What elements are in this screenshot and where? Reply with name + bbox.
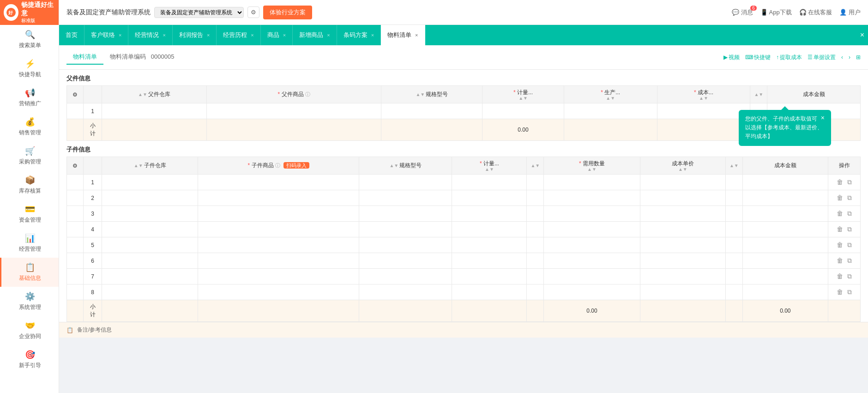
child-row-2-qty[interactable] [544,190,640,206]
shortcut-btn[interactable]: ⌨ 快捷键 [745,54,771,61]
expand-btn[interactable]: ⊞ [856,54,861,60]
sort-unit[interactable]: ▲▼ [486,97,560,100]
close-barcode-tab[interactable]: × [371,32,374,38]
child-row-2-amount[interactable] [742,190,828,206]
sort-warehouse[interactable]: ▲▼ [138,93,147,97]
copy-icon-2[interactable]: ⧉ [846,194,853,201]
sort-spec[interactable]: ▲▼ [416,93,425,97]
close-goods-tab[interactable]: × [283,32,286,38]
parent-row-1-product[interactable] [207,103,381,119]
close-bom-tab[interactable]: × [415,32,418,38]
child-row-1-product[interactable] [198,175,359,190]
sidebar-item-search[interactable]: 🔍 搜索菜单 [0,25,59,54]
sort-child-1[interactable]: ▲▼ [530,164,540,168]
message-wrap[interactable]: 💬 6 消息 [732,8,753,17]
child-row-2-cost-unit[interactable] [640,190,725,206]
nav-close-all[interactable]: × [856,31,868,39]
sidebar-item-sales[interactable]: 💰 销售管理 [0,112,59,141]
child-row-2-warehouse[interactable] [102,190,198,206]
copy-icon-8[interactable]: ⧉ [846,288,853,296]
sort-cost[interactable]: ▲▼ [661,97,747,100]
parent-row-1-warehouse[interactable] [102,103,207,119]
child-row-2-unit[interactable] [452,190,527,206]
tab-barcode[interactable]: 条码方案 × [337,25,381,45]
close-customer-tab[interactable]: × [119,32,121,38]
online-service-btn[interactable]: 🎧 在线客服 [799,8,832,17]
child-row-1-qty[interactable] [544,175,640,190]
app-selector[interactable]: 装备及固定资产辅助管理系统 [154,7,244,18]
parent-row-1-produce[interactable] [564,103,657,119]
sort-child-spec[interactable]: ▲▼ [389,164,398,168]
delete-icon-8[interactable]: 🗑 [835,288,844,296]
tab-operations[interactable]: 经营情况 × [128,25,172,45]
sidebar-item-system[interactable]: ⚙️ 系统管理 [0,287,59,316]
close-history-tab[interactable]: × [251,32,253,38]
sort-child-cost-unit[interactable]: ▲▼ [644,168,722,171]
sub-tab-bom-code[interactable]: 物料清单编码 0000005 [103,50,181,65]
delete-icon-5[interactable]: 🗑 [835,241,844,248]
gear-button[interactable]: ⚙ [247,6,259,18]
sort-parent[interactable]: ▲▼ [754,93,763,97]
tab-history[interactable]: 经营历程 × [217,25,260,45]
close-ops-tab[interactable]: × [163,32,165,38]
parent-row-1-unit[interactable] [482,103,564,119]
sidebar-item-inventory[interactable]: 📦 库存核算 [0,170,59,200]
delete-icon-2[interactable]: 🗑 [835,194,844,201]
video-btn[interactable]: ▶ 视频 [723,54,740,61]
sidebar-item-marketing[interactable]: 📢 营销推广 [0,83,59,112]
child-row-2-spec[interactable] [359,190,452,206]
child-row-1-amount[interactable] [742,175,828,190]
close-new-goods-tab[interactable]: × [327,32,330,38]
next-btn[interactable]: › [849,54,850,60]
tab-customer[interactable]: 客户联络 × [84,25,128,45]
tab-new-goods[interactable]: 新增商品 × [293,25,337,45]
copy-icon-1[interactable]: ⧉ [846,178,853,186]
child-product-help[interactable]: ⓘ [275,163,280,168]
copy-icon-5[interactable]: ⧉ [846,241,853,248]
sidebar-item-enterprise[interactable]: 🤝 企业协同 [0,316,59,345]
copy-icon-7[interactable]: ⧉ [846,272,853,280]
copy-icon-6[interactable]: ⧉ [846,257,853,264]
sort-produce[interactable]: ▲▼ [568,97,653,100]
scan-badge[interactable]: 扫码录入 [283,162,309,169]
child-row-1-warehouse[interactable] [102,175,198,190]
prev-btn[interactable]: ‹ [841,54,843,60]
child-row-2-product[interactable] [198,190,359,206]
delete-icon-1[interactable]: 🗑 [835,178,844,186]
delete-icon-7[interactable]: 🗑 [835,272,844,280]
app-download-btn[interactable]: 📱 App下载 [760,8,792,17]
delete-icon-6[interactable]: 🗑 [835,257,844,264]
tooltip-close-btn[interactable]: × [821,115,825,121]
sidebar-item-finance[interactable]: 💳 资金管理 [0,200,59,229]
tab-bom[interactable]: 物料清单 × [381,25,425,45]
sidebar-item-purchase[interactable]: 🛒 采购管理 [0,141,59,170]
close-profit-tab[interactable]: × [207,32,210,38]
parent-row-1-cost[interactable] [657,103,750,119]
sort-child-warehouse[interactable]: ▲▼ [134,164,143,168]
extract-cost-btn[interactable]: ↑ 提取成本 [776,54,802,61]
delete-icon-4[interactable]: 🗑 [835,225,844,233]
sub-tab-bom-list[interactable]: 物料清单 [66,50,103,65]
sort-child-2[interactable]: ▲▼ [729,164,739,168]
copy-icon-3[interactable]: ⧉ [846,210,853,217]
child-row-2-ops: 🗑 ⧉ [828,190,861,206]
trial-button[interactable]: 体验行业方案 [263,6,312,19]
sort-child-unit[interactable]: ▲▼ [456,168,523,171]
user-btn[interactable]: 👤 用户 [839,8,861,17]
tab-profit[interactable]: 利润报告 × [173,25,217,45]
parent-row-1-spec[interactable] [381,103,482,119]
child-row-1-cost-unit[interactable] [640,175,725,190]
sort-child-qty[interactable]: ▲▼ [548,168,636,171]
child-row-1-unit[interactable] [452,175,527,190]
sidebar-item-operations[interactable]: 📊 经营管理 [0,229,59,258]
sidebar-item-guide[interactable]: 🎯 新手引导 [0,345,59,374]
child-row-1-spec[interactable] [359,175,452,190]
sidebar-item-basic-info[interactable]: 📋 基础信息 [0,258,59,287]
tab-home[interactable]: 首页 [59,25,84,45]
parent-product-help[interactable]: ⓘ [305,91,310,97]
delete-icon-3[interactable]: 🗑 [835,210,844,217]
tab-goods[interactable]: 商品 × [261,25,293,45]
copy-icon-4[interactable]: ⧉ [846,225,853,233]
single-setting-btn[interactable]: ☰ 单据设置 [808,54,836,61]
sidebar-item-quick-nav[interactable]: ⚡ 快捷导航 [0,54,59,83]
